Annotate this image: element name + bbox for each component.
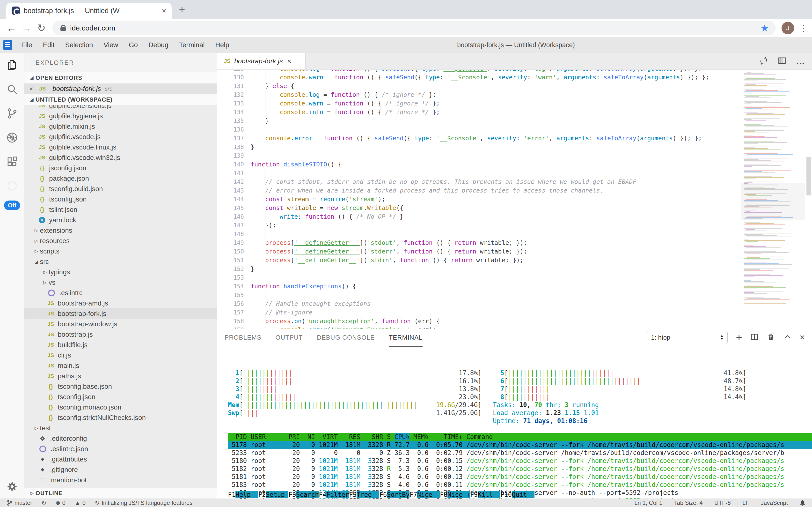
editor-tab[interactable]: JS bootstrap-fork.js × — [217, 53, 306, 69]
code-line-135[interactable]: 135} — [217, 117, 741, 125]
split-editor-icon[interactable] — [778, 56, 787, 66]
tree-item-tsconfig.strictNullChecks.json[interactable]: {}tsconfig.strictNullChecks.json — [24, 412, 217, 423]
menu-terminal[interactable]: Terminal — [174, 41, 210, 49]
debug-icon[interactable] — [0, 125, 24, 150]
minimap[interactable] — [741, 70, 805, 329]
code-area[interactable]: 129console.log = function () { safeSend(… — [217, 70, 741, 329]
menu-selection[interactable]: Selection — [60, 41, 98, 49]
code-line-146[interactable]: 146write: function () { /* No OP */ } — [217, 212, 741, 221]
section-outline[interactable]: ▷ OUTLINE — [24, 488, 217, 499]
code-line-153[interactable]: 153 — [217, 273, 741, 282]
terminal-select[interactable]: 1: htop — [647, 331, 728, 344]
tree-item-tsconfig.base.json[interactable]: {}tsconfig.base.json — [24, 381, 217, 392]
feedback-icon[interactable] — [0, 174, 24, 198]
tree-item-extensions[interactable]: ▷extensions — [24, 225, 217, 236]
code-line-134[interactable]: 134console.info = function () { /* ignor… — [217, 108, 741, 117]
code-line-152[interactable]: 152} — [217, 265, 741, 273]
tree-item-tsconfig.build.json[interactable]: {}tsconfig.build.json — [24, 184, 217, 194]
tree-item-gulpfile.mixin.js[interactable]: JSgulpfile.mixin.js — [24, 121, 217, 131]
status-language[interactable]: JavaScript — [761, 500, 788, 506]
code-line-156[interactable]: 156// Handle uncaught exceptions — [217, 299, 741, 308]
menu-help[interactable]: Help — [210, 41, 235, 49]
section-workspace[interactable]: ◢ UNTITLED (WORKSPACE) — [24, 94, 217, 105]
status-sync[interactable]: ↻ — [41, 500, 46, 506]
menu-debug[interactable]: Debug — [143, 41, 174, 49]
code-line-147[interactable]: 147}); — [217, 221, 741, 230]
settings-gear-icon[interactable] — [0, 474, 24, 499]
code-editor[interactable]: 129console.log = function () { safeSend(… — [217, 70, 812, 329]
menu-file[interactable]: File — [16, 41, 38, 49]
code-line-149[interactable]: 149process['__defineGetter__']('stdout',… — [217, 238, 741, 247]
tree-item-bootstrap-amd.js[interactable]: JSbootstrap-amd.js — [24, 298, 217, 308]
status-badge[interactable]: Off — [4, 201, 20, 210]
code-line-141[interactable]: 141 — [217, 169, 741, 177]
terminal[interactable]: 1[|||||||||||||17.8%] 5[||||||||||||||||… — [217, 346, 812, 499]
source-control-icon[interactable] — [0, 101, 24, 125]
code-line-142[interactable]: 142// const stdout, stderr and stdin be … — [217, 177, 741, 186]
tree-item-bootstrap.js[interactable]: JSbootstrap.js — [24, 329, 217, 340]
more-actions-icon[interactable]: … — [796, 56, 805, 66]
tree-item-jsconfig.json[interactable]: {}jsconfig.json — [24, 163, 217, 173]
htop-function-bar[interactable]: F1Help F2Setup F3SearchF4FilterF5Tree F6… — [228, 491, 812, 499]
code-line-150[interactable]: 150process['__defineGetter__']('stderr',… — [217, 247, 741, 256]
process-row[interactable]: 5182 root 20 0 1021M 181M 3328 R 5.3 0.6… — [228, 465, 812, 473]
tree-item-src[interactable]: ◢src — [24, 257, 217, 267]
tree-item-tslint.json[interactable]: {}tslint.json — [24, 205, 217, 215]
code-line-148[interactable]: 148 — [217, 230, 741, 238]
code-line-158[interactable]: 158process.on('uncaughtException', funct… — [217, 317, 741, 326]
code-line-129[interactable]: 129console.log = function () { safeSend(… — [217, 70, 741, 73]
tree-item-tsconfig.monaco.json[interactable]: {}tsconfig.monaco.json — [24, 402, 217, 412]
tree-item-tsconfig.json[interactable]: {}tsconfig.json — [24, 392, 217, 402]
tree-item-tsconfig.json[interactable]: {}tsconfig.json — [24, 194, 217, 205]
compare-icon[interactable] — [759, 56, 768, 66]
tree-item-scripts[interactable]: ▷scripts — [24, 246, 217, 257]
code-line-154[interactable]: 154function handleExceptions() { — [217, 282, 741, 291]
section-open-editors[interactable]: ◢ OPEN EDITORS — [24, 72, 217, 83]
scrollbar-thumb[interactable] — [806, 157, 811, 195]
split-terminal-icon[interactable] — [750, 333, 759, 342]
code-line-159[interactable]: 159console.error('Uncaught Exception: ',… — [217, 326, 741, 329]
panel-tab-debug-console[interactable]: DEBUG CONSOLE — [317, 329, 375, 347]
tree-item-gulpfile.vscode.win32.js[interactable]: JSgulpfile.vscode.win32.js — [24, 152, 217, 163]
tree-item-bootstrap-window.js[interactable]: JSbootstrap-window.js — [24, 319, 217, 329]
tree-item-gulpfile.hygiene.js[interactable]: JSgulpfile.hygiene.js — [24, 111, 217, 121]
tree-item-paths.js[interactable]: JSpaths.js — [24, 371, 217, 381]
status-cursor-position[interactable]: Ln 1, Col 1 — [634, 500, 662, 506]
tree-item-typings[interactable]: ▷typings — [24, 267, 217, 277]
code-line-137[interactable]: 137console.error = function () { safeSen… — [217, 134, 741, 143]
tree-item-yarn.lock[interactable]: yyarn.lock — [24, 215, 217, 225]
tree-item-buildfile.js[interactable]: JSbuildfile.js — [24, 340, 217, 350]
code-line-136[interactable]: 136 — [217, 125, 741, 134]
code-line-140[interactable]: 140function disableSTDIO() { — [217, 160, 741, 169]
tree-item-.eslintrc[interactable]: .eslintrc — [24, 288, 217, 298]
tree-item-.gitignore[interactable]: .gitignore — [24, 464, 217, 475]
code-line-138[interactable]: 138} — [217, 143, 741, 152]
tree-item-.editorconfig[interactable]: .editorconfig — [24, 433, 217, 444]
star-icon[interactable]: ★ — [760, 22, 769, 34]
tree-item-.gitattributes[interactable]: .gitattributes — [24, 454, 217, 464]
open-editor-item[interactable]: × JS bootstrap-fork.js src — [24, 83, 217, 94]
tree-item-package.json[interactable]: {}package.json — [24, 173, 217, 184]
address-bar[interactable]: ide.coder.com ★ — [52, 21, 776, 35]
menu-go[interactable]: Go — [124, 41, 143, 49]
minimap-slider[interactable] — [741, 183, 805, 220]
code-line-151[interactable]: 151process['__defineGetter__']('stdin', … — [217, 256, 741, 265]
tree-item-resources[interactable]: ▷resources — [24, 236, 217, 246]
menu-dots-icon[interactable]: ⋮ — [799, 23, 808, 34]
status-branch[interactable]: master — [6, 500, 32, 506]
kill-terminal-icon[interactable] — [767, 333, 775, 342]
status-tab-size[interactable]: Tab Size: 4 — [674, 500, 703, 506]
close-icon[interactable]: × — [287, 57, 292, 65]
maximize-panel-icon[interactable] — [783, 333, 792, 342]
bell-icon[interactable] — [799, 500, 806, 506]
code-line-157[interactable]: 157// @ts-ignore — [217, 308, 741, 317]
close-panel-icon[interactable]: × — [800, 332, 805, 342]
extensions-icon[interactable] — [0, 150, 24, 174]
htop-table-header[interactable]: PID USER PRI NI VIRT RES SHR S CPU% MEM%… — [228, 433, 812, 441]
status-warn[interactable]: ▲0 — [75, 500, 85, 506]
tree-item-.eslintrc.json[interactable]: .eslintrc.json — [24, 444, 217, 454]
menu-view[interactable]: View — [99, 41, 124, 49]
tree-item-vs[interactable]: ▷vs — [24, 277, 217, 288]
code-line-139[interactable]: 139 — [217, 152, 741, 160]
code-line-130[interactable]: 130console.warn = function () { safeSend… — [217, 73, 741, 82]
